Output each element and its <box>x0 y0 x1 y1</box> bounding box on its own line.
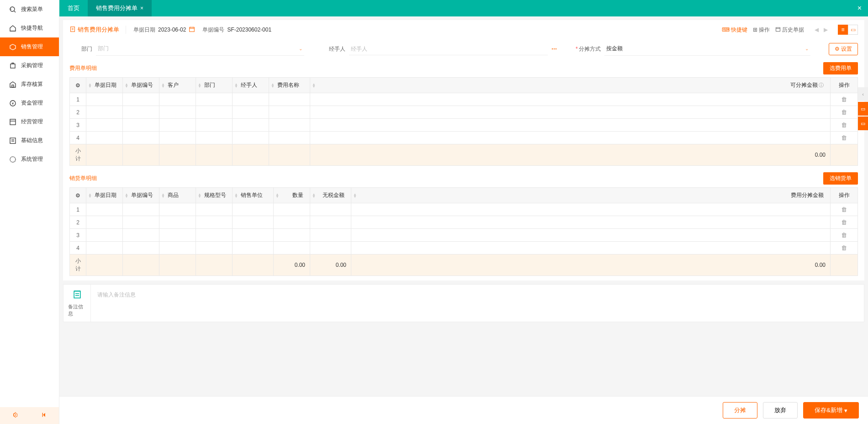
close-all-button[interactable]: × <box>851 4 868 12</box>
calendar-icon[interactable] <box>189 26 195 34</box>
trash-icon[interactable]: 🗑 <box>841 244 847 251</box>
table-row[interactable]: 1🗑 <box>70 93 858 106</box>
expense-table: ⚙ ▲▼单据日期 ▲▼单据编号 ▲▼客户 ▲▼部门 ▲▼经手人 ▲▼费用名称 ▲… <box>69 77 858 166</box>
purchase-icon <box>9 62 16 69</box>
sidebar-label: 采购管理 <box>21 62 43 69</box>
trash-icon[interactable]: 🗑 <box>841 232 847 238</box>
table-row[interactable]: 2🗑 <box>70 216 858 229</box>
remarks-label: 备注信息 <box>68 303 86 317</box>
save-new-button[interactable]: 保存&新增 ▾ <box>803 402 859 419</box>
trash-icon[interactable]: 🗑 <box>841 109 847 116</box>
chevron-down-icon: ⌄ <box>299 46 302 51</box>
trash-icon[interactable]: 🗑 <box>841 219 847 226</box>
handler-input[interactable] <box>349 43 548 55</box>
sidebar-item-system[interactable]: 系统管理 <box>0 150 59 169</box>
table-row[interactable]: 3🗑 <box>70 229 858 242</box>
more-icon[interactable]: ⋯ <box>551 46 557 52</box>
col-docno[interactable]: ▲▼单据编号 <box>123 188 159 203</box>
gear-column[interactable]: ⚙ <box>70 188 86 203</box>
doc-actions: ⌨ 快捷键 ⊞ 操作 历史单据 ◀ ▶ <box>722 25 858 35</box>
table-row[interactable]: 2🗑 <box>70 106 858 119</box>
svg-rect-17 <box>190 27 195 32</box>
history-button[interactable]: 历史单据 <box>775 26 804 34</box>
side-tab-2[interactable]: ▭ <box>858 102 868 116</box>
sort-icon: ▲▼ <box>125 193 128 198</box>
trash-icon[interactable]: 🗑 <box>841 122 847 128</box>
col-alloc-amount[interactable]: ▲▼可分摊金额ⓘ <box>310 78 831 93</box>
sidebar-item-inventory[interactable]: 库存核算 <box>0 75 59 94</box>
table-row[interactable]: 4🗑 <box>70 242 858 254</box>
grid-icon: ⊞ <box>753 26 757 33</box>
sidebar-item-finance[interactable]: ¥ 资金管理 <box>0 94 59 112</box>
view-list-button[interactable]: ≡ <box>838 25 848 35</box>
gear-icon <box>11 412 18 419</box>
tab-home[interactable]: 首页 <box>59 0 88 16</box>
col-date[interactable]: ▲▼单据日期 <box>86 188 123 203</box>
discard-button[interactable]: 放弃 <box>763 402 798 419</box>
select-sales-button[interactable]: 选销货单 <box>823 172 858 185</box>
sidebar-label: 快捷导航 <box>21 24 43 32</box>
side-tab-3[interactable]: ▭ <box>858 117 868 130</box>
sidebar-item-quicknav[interactable]: 快捷导航 <box>0 19 59 37</box>
remarks-input[interactable] <box>91 285 864 322</box>
sidebar-item-purchase[interactable]: 采购管理 <box>0 56 59 75</box>
nav-next-button[interactable]: ▶ <box>821 26 830 34</box>
sidebar: 搜索菜单 快捷导航 销售管理 采购管理 库存核算 ¥ 资金管理 经营管理 基础信 <box>0 0 59 424</box>
settings-button[interactable]: ⚙ 设置 <box>829 43 858 55</box>
col-dept[interactable]: ▲▼部门 <box>196 78 233 93</box>
subtotal-row: 小计0.00 <box>70 144 858 166</box>
nav-arrows: ◀ ▶ <box>812 26 830 34</box>
sort-icon: ▲▼ <box>353 193 357 198</box>
table-row[interactable]: 1🗑 <box>70 203 858 216</box>
sidebar-item-search[interactable]: 搜索菜单 <box>0 0 59 19</box>
field-label: *分摊方式 <box>576 45 601 53</box>
help-icon[interactable]: ⓘ <box>819 82 824 88</box>
col-customer[interactable]: ▲▼客户 <box>159 78 196 93</box>
col-qty[interactable]: ▲▼数量 <box>274 188 310 203</box>
svg-line-1 <box>14 11 16 12</box>
col-product[interactable]: ▲▼商品 <box>159 188 196 203</box>
sidebar-item-sales[interactable]: 销售管理 <box>0 37 59 56</box>
select-expense-button[interactable]: 选费用单 <box>823 62 858 74</box>
allocate-button[interactable]: 分摊 <box>723 402 757 419</box>
svg-rect-3 <box>11 64 15 68</box>
sort-icon: ▲▼ <box>312 83 316 88</box>
col-fee-alloc[interactable]: ▲▼费用分摊金额 <box>351 188 831 203</box>
svg-text:¥: ¥ <box>11 101 14 106</box>
side-tab-1[interactable]: ‹ <box>858 87 868 101</box>
table-row[interactable]: 3🗑 <box>70 119 858 132</box>
trash-icon[interactable]: 🗑 <box>841 206 847 213</box>
col-spec[interactable]: ▲▼规格型号 <box>196 188 233 203</box>
view-form-button[interactable]: ▭ <box>848 25 858 35</box>
dept-select[interactable]: 部门 ⌄ <box>96 42 304 56</box>
close-icon[interactable]: × <box>140 5 143 11</box>
sort-icon: ▲▼ <box>88 193 92 198</box>
field-value: SF-20230602-001 <box>227 26 271 33</box>
nav-prev-button[interactable]: ◀ <box>812 26 820 34</box>
gear-icon: ⚙ <box>835 46 840 52</box>
col-unit[interactable]: ▲▼销售单位 <box>233 188 274 203</box>
field-value[interactable]: 2023-06-02 <box>158 26 186 33</box>
collapse-footer-button[interactable] <box>30 407 59 424</box>
tab-sales-expense[interactable]: 销售费用分摊单 × <box>88 0 152 16</box>
settings-footer-button[interactable] <box>0 407 30 424</box>
sort-icon: ▲▼ <box>161 83 165 88</box>
trash-icon[interactable]: 🗑 <box>841 96 847 103</box>
col-handler[interactable]: ▲▼经手人 <box>233 78 269 93</box>
sort-icon: ▲▼ <box>234 83 238 88</box>
col-docno[interactable]: ▲▼单据编号 <box>123 78 159 93</box>
sort-icon: ▲▼ <box>125 83 128 88</box>
col-feename[interactable]: ▲▼费用名称 <box>269 78 310 93</box>
trash-icon[interactable]: 🗑 <box>841 134 847 141</box>
gear-column[interactable]: ⚙ <box>70 78 86 93</box>
sidebar-item-info[interactable]: 基础信息 <box>0 131 59 150</box>
col-date[interactable]: ▲▼单据日期 <box>86 78 123 93</box>
system-icon <box>9 156 16 163</box>
method-select[interactable]: 按金额 ⌄ <box>604 42 810 56</box>
table-row[interactable]: 4🗑 <box>70 132 858 144</box>
sidebar-label: 系统管理 <box>21 155 43 163</box>
operate-button[interactable]: ⊞ 操作 <box>753 26 770 34</box>
shortcut-button[interactable]: ⌨ 快捷键 <box>722 26 747 34</box>
col-notax[interactable]: ▲▼无税金额 <box>310 188 351 203</box>
sidebar-item-manage[interactable]: 经营管理 <box>0 112 59 131</box>
